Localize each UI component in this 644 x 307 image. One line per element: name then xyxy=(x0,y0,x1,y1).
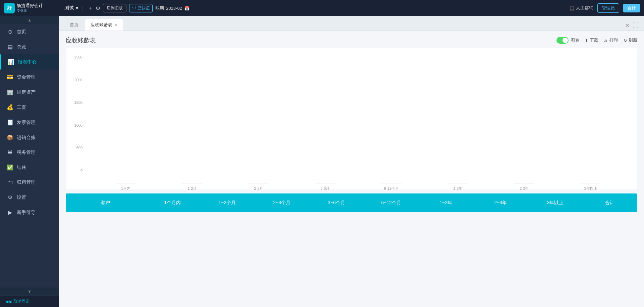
sidebar-item-funds[interactable]: 💳 资金管理 xyxy=(0,70,59,85)
logo-text: 畅捷通好会计 专业版 xyxy=(17,3,43,13)
sidebar-item-archive[interactable]: 🗃 归档管理 xyxy=(0,175,59,190)
chart-y-axis: 05001000150020002500 xyxy=(72,55,86,183)
app-logo: 好 畅捷通好会计 专业版 xyxy=(4,3,60,13)
print-button[interactable]: 🖨 打印 xyxy=(604,37,618,43)
sidebar-item-invoice[interactable]: 🧾 发票管理 xyxy=(0,115,59,130)
funds-icon: 💳 xyxy=(7,74,13,80)
sidebar-label-settle: 结账 xyxy=(17,165,26,171)
sidebar-label-settings: 设置 xyxy=(17,194,26,201)
sidebar-label-tax: 税务管理 xyxy=(17,149,36,156)
sidebar-label-reports: 报表中心 xyxy=(18,59,37,65)
scroll-down-button[interactable]: ▼ xyxy=(0,288,59,296)
calendar-icon[interactable]: 📅 xyxy=(184,6,190,11)
sidebar-label-funds: 资金管理 xyxy=(17,74,36,80)
table-header: 客户1个月内1~2个月2~3个月3~6个月6~12个月1~2年2~3年3年以上合… xyxy=(66,193,637,212)
download-label: 下载 xyxy=(590,37,598,43)
switch-version-button[interactable]: 切到旧版 xyxy=(103,4,126,12)
pin-icon: ◀◀ xyxy=(5,299,11,304)
sidebar-label-ledger: 总账 xyxy=(17,44,26,50)
consult-label: 人工咨询 xyxy=(576,5,593,11)
trade-icon: 📦 xyxy=(7,134,13,141)
accountant-button[interactable]: 会计 xyxy=(623,4,640,12)
sidebar-item-settle[interactable]: ✅ 结账 xyxy=(0,160,59,175)
chart-bar: 2-3月 xyxy=(249,183,269,183)
print-label: 打印 xyxy=(609,37,618,43)
sidebar-label-trade: 进销台账 xyxy=(17,135,36,141)
tab-home-label: 首页 xyxy=(70,22,78,28)
download-icon: ⬇ xyxy=(585,38,588,43)
sidebar-item-reports[interactable]: 📊 报表中心 xyxy=(0,54,59,70)
sidebar-label-invoice: 发票管理 xyxy=(17,120,36,126)
topbar-right: 🎧 人工咨询 管理员 会计 xyxy=(569,3,640,13)
scroll-up-button[interactable]: ▲ xyxy=(0,16,59,24)
unpin-sidebar-button[interactable]: ◀◀ 取消固定 xyxy=(0,296,59,307)
home-icon: ⊙ xyxy=(7,29,13,35)
sidebar-item-tax[interactable]: 🏛 税务管理 xyxy=(0,145,59,160)
close-window-icon[interactable]: ✕ xyxy=(625,22,630,29)
tab-bar-right: ✕ ⛶ xyxy=(625,22,639,31)
expand-icon[interactable]: ⛶ xyxy=(633,22,639,29)
y-label: 500 xyxy=(72,146,83,150)
table-col-header-4: 3~6个月 xyxy=(309,194,364,211)
table-col-header-1: 1个月内 xyxy=(145,194,200,211)
sidebar-item-settings[interactable]: ⚙ 设置 xyxy=(0,190,59,205)
settings-icon[interactable]: ⚙ xyxy=(96,5,100,11)
bar-x-label: 6-12个月 xyxy=(384,186,399,191)
tab-aging-close[interactable]: ✕ xyxy=(114,23,118,27)
sidebar-item-salary[interactable]: 💰 工资 xyxy=(0,100,59,115)
settings-icon: ⚙ xyxy=(7,194,13,201)
tab-aging[interactable]: 应收账龄表 ✕ xyxy=(85,19,123,31)
headset-icon: 🎧 xyxy=(569,6,575,11)
topbar: 好 畅捷通好会计 专业版 测试 ▾ | ＋ ⚙ 切到旧版 🛡 已认证 账期 20… xyxy=(0,0,644,16)
sidebar-item-home[interactable]: ⊙ 首页 xyxy=(0,24,59,39)
toggle-thumb xyxy=(562,38,568,43)
consult-button[interactable]: 🎧 人工咨询 xyxy=(569,5,593,11)
logo-edition: 专业版 xyxy=(17,8,43,13)
tab-home[interactable]: 首页 xyxy=(64,19,84,31)
reports-icon: 📊 xyxy=(8,59,14,65)
bar-x-label: 3年以上 xyxy=(584,186,597,191)
bar-x-label: 2-3月 xyxy=(254,186,263,191)
chart-bar: 3-6月 xyxy=(315,183,335,183)
sidebar-label-guide: 新手引导 xyxy=(17,210,36,216)
tab-bar: 首页 应收账龄表 ✕ ✕ ⛶ xyxy=(59,16,644,31)
bar-x-label: 1月内 xyxy=(121,186,130,191)
assets-icon: 🏢 xyxy=(7,89,13,95)
chart-container: 05001000150020002500 xyxy=(66,48,637,189)
main-layout: ▲ ⊙ 首页 ▤ 总账 📊 报表中心 💳 资金管理 🏢 固定资产 💰 工资 🧾 … xyxy=(0,16,644,307)
y-label: 2500 xyxy=(72,55,83,59)
sidebar-label-home: 首页 xyxy=(17,29,26,35)
download-button[interactable]: ⬇ 下载 xyxy=(585,37,598,43)
table-col-header-2: 1~2个月 xyxy=(200,194,255,211)
accounting-period: 账期 2023-02 📅 xyxy=(155,5,190,11)
topbar-actions: ＋ ⚙ 切到旧版 🛡 已认证 账期 2023-02 📅 xyxy=(88,4,190,12)
ledger-icon: ▤ xyxy=(7,44,13,50)
y-label: 1000 xyxy=(72,123,83,127)
sidebar-item-assets[interactable]: 🏢 固定资产 xyxy=(0,85,59,100)
manager-button[interactable]: 管理员 xyxy=(597,3,619,13)
sidebar-label-assets: 固定资产 xyxy=(17,89,36,95)
salary-icon: 💰 xyxy=(7,104,13,111)
page-title: 应收账龄表 xyxy=(66,36,96,44)
toggle-track[interactable] xyxy=(556,37,569,44)
sidebar-nav: ⊙ 首页 ▤ 总账 📊 报表中心 💳 资金管理 🏢 固定资产 💰 工资 🧾 发票… xyxy=(0,24,59,288)
period-label: 账期 xyxy=(155,5,164,11)
bar-x-label: 2-3年 xyxy=(520,186,529,191)
sidebar-label-archive: 归档管理 xyxy=(17,179,36,185)
page-actions: 图表 ⬇ 下载 🖨 打印 ↻ 刷新 xyxy=(556,37,637,44)
refresh-label: 刷新 xyxy=(629,37,637,43)
sidebar-label-salary: 工资 xyxy=(17,104,26,111)
table-col-header-7: 2~3年 xyxy=(473,194,528,211)
add-icon[interactable]: ＋ xyxy=(88,5,93,12)
sidebar-item-guide[interactable]: ▶ 新手引导 xyxy=(0,205,59,220)
logo-name: 畅捷通好会计 xyxy=(17,3,43,8)
sidebar-item-ledger[interactable]: ▤ 总账 xyxy=(0,39,59,54)
chart-toggle[interactable]: 图表 xyxy=(556,37,579,44)
table-col-header-5: 6~12个月 xyxy=(364,194,419,211)
page-content: 应收账龄表 图表 ⬇ 下载 🖨 打印 xyxy=(59,31,644,307)
company-selector[interactable]: 测试 ▾ xyxy=(64,5,78,11)
chart-bar: 2-3年 xyxy=(514,183,534,183)
refresh-button[interactable]: ↻ 刷新 xyxy=(624,37,637,43)
chart-bar: 1-2月 xyxy=(182,183,202,183)
sidebar-item-trade[interactable]: 📦 进销台账 xyxy=(0,130,59,145)
